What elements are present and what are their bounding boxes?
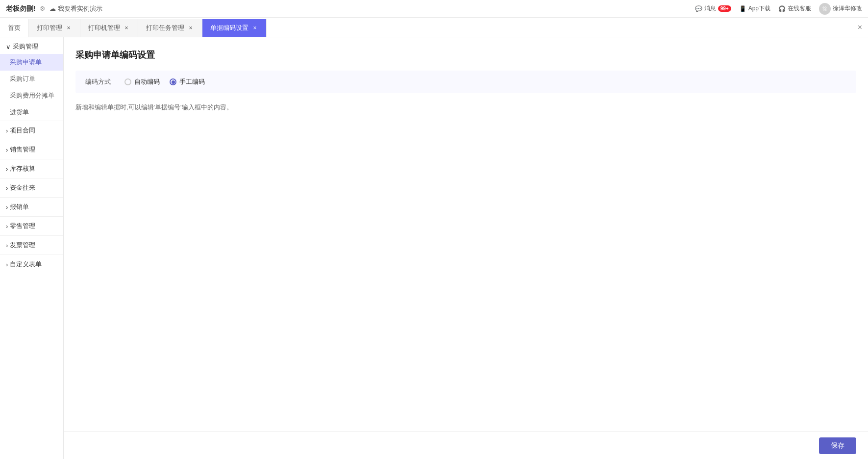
tab-print-mgmt[interactable]: 打印管理 × [29, 19, 80, 37]
cloud-icon: ☁ [50, 5, 56, 12]
sidebar-group-procurement: ∨ 采购管理 采购申请单 采购订单 采购费用分摊单 进货单 [0, 37, 63, 121]
sidebar: ∨ 采购管理 采购申请单 采购订单 采购费用分摊单 进货单 › 项目合同 › 销… [0, 37, 64, 459]
tab-barcode-settings-close[interactable]: × [251, 25, 258, 31]
settings-icon[interactable]: ⚙ [40, 5, 46, 12]
radio-auto-label: 自动编码 [134, 77, 160, 86]
demo-link[interactable]: ☁ 我要看实例演示 [50, 4, 102, 13]
encoding-section: 编码方式 自动编码 手工编码 [75, 71, 856, 93]
radio-manual-label: 手工编码 [179, 77, 205, 86]
tab-barcode-settings[interactable]: 单据编码设置 × [202, 19, 267, 37]
top-bar-left: 老板勿刪! ⚙ ☁ 我要看实例演示 [6, 4, 102, 13]
message-icon: 💬 [695, 5, 702, 12]
collapse-arrow: ∨ [6, 43, 11, 51]
footer-bar: 保存 [64, 432, 868, 459]
radio-auto-encoding[interactable]: 自动编码 [124, 77, 160, 86]
invoice-mgmt-arrow: › [6, 242, 8, 249]
sidebar-group-fund-flow[interactable]: › 资金往来 [0, 178, 63, 197]
content-area: 采购申请单编码设置 编码方式 自动编码 手工编码 新增和编辑单据时,可以编辑'单… [64, 37, 868, 459]
sidebar-group-invoice-mgmt[interactable]: › 发票管理 [0, 236, 63, 255]
tab-printer-mgmt[interactable]: 打印机管理 × [80, 19, 138, 37]
sidebar-group-retail-mgmt[interactable]: › 零售管理 [0, 217, 63, 235]
sidebar-item-purchase-request[interactable]: 采购申请单 [0, 54, 63, 71]
tab-print-task-mgmt[interactable]: 打印任务管理 × [138, 19, 202, 37]
inventory-arrow: › [6, 165, 8, 173]
radio-auto-circle [124, 78, 131, 85]
retail-mgmt-arrow: › [6, 223, 8, 230]
tab-printer-mgmt-label: 打印机管理 [88, 24, 120, 32]
sales-return-arrow: › [6, 204, 8, 211]
custom-forms-arrow: › [6, 261, 8, 268]
tab-print-task-mgmt-label: 打印任务管理 [146, 24, 184, 32]
avatar: 徐 [819, 3, 831, 15]
app-download-button[interactable]: 📱 App下载 [739, 4, 770, 13]
radio-manual-encoding[interactable]: 手工编码 [170, 77, 205, 86]
tab-print-mgmt-close[interactable]: × [65, 25, 72, 31]
project-contract-arrow: › [6, 127, 8, 134]
online-service-button[interactable]: 🎧 在线客服 [778, 4, 811, 13]
app-logo: 老板勿刪! [6, 4, 36, 13]
save-button[interactable]: 保存 [819, 437, 856, 454]
sidebar-group-custom-forms[interactable]: › 自定义表单 [0, 255, 63, 274]
sidebar-group-procurement-title[interactable]: ∨ 采购管理 [0, 37, 63, 54]
tab-print-task-mgmt-close[interactable]: × [187, 25, 194, 31]
sidebar-item-purchase-order[interactable]: 采购订单 [0, 71, 63, 87]
tab-bar-close-icon[interactable]: × [858, 23, 862, 32]
fund-flow-arrow: › [6, 184, 8, 192]
page-title: 采购申请单编码设置 [75, 49, 856, 61]
tab-home-label: 首页 [8, 24, 21, 32]
content-inner: 采购申请单编码设置 编码方式 自动编码 手工编码 新增和编辑单据时,可以编辑'单… [64, 37, 868, 432]
sidebar-group-sales-mgmt[interactable]: › 销售管理 [0, 140, 63, 159]
tab-home[interactable]: 首页 [0, 19, 29, 37]
sidebar-group-project-contract[interactable]: › 项目合同 [0, 121, 63, 140]
sidebar-group-sales-return[interactable]: › 报销单 [0, 198, 63, 216]
top-bar: 老板勿刪! ⚙ ☁ 我要看实例演示 💬 消息 99+ 📱 App下载 🎧 在线客… [0, 0, 868, 18]
sidebar-item-stock-in[interactable]: 进货单 [0, 104, 63, 121]
sales-mgmt-arrow: › [6, 146, 8, 153]
tab-print-mgmt-label: 打印管理 [37, 24, 62, 32]
user-menu[interactable]: 徐 徐泽华修改 [819, 3, 862, 15]
sidebar-item-purchase-expense[interactable]: 采购费用分摊单 [0, 87, 63, 104]
sidebar-group-inventory[interactable]: › 库存核算 [0, 159, 63, 178]
encoding-label: 编码方式 [85, 77, 111, 86]
messages-button[interactable]: 💬 消息 99+ [695, 4, 731, 13]
info-text: 新增和编辑单据时,可以编辑'单据编号'输入框中的内容。 [75, 103, 856, 112]
headset-icon: 🎧 [778, 5, 786, 12]
main-layout: ∨ 采购管理 采购申请单 采购订单 采购费用分摊单 进货单 › 项目合同 › 销… [0, 37, 868, 459]
messages-badge: 99+ [718, 5, 731, 12]
tab-bar: 首页 打印管理 × 打印机管理 × 打印任务管理 × 单据编码设置 × × [0, 18, 868, 37]
phone-icon: 📱 [739, 5, 746, 12]
tab-barcode-settings-label: 单据编码设置 [210, 24, 248, 32]
top-bar-right: 💬 消息 99+ 📱 App下载 🎧 在线客服 徐 徐泽华修改 [695, 3, 862, 15]
radio-manual-circle [170, 78, 176, 85]
tab-printer-mgmt-close[interactable]: × [123, 25, 130, 31]
